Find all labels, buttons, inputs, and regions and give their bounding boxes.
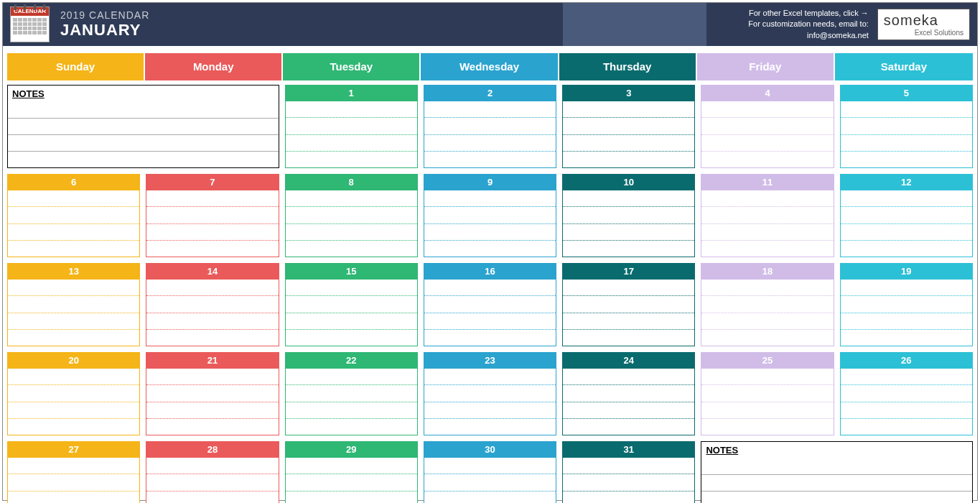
day-cell-25[interactable]: 25 — [701, 352, 834, 435]
header-info: For other Excel templates, click → For c… — [714, 8, 869, 41]
day-number: 21 — [146, 353, 278, 369]
day-cell-22[interactable]: 22 — [285, 352, 418, 435]
day-cell-18[interactable]: 18 — [701, 263, 834, 346]
day-cell-16[interactable]: 16 — [424, 263, 556, 346]
day-cell-6[interactable]: 6 — [7, 174, 140, 257]
day-number: 8 — [286, 175, 417, 190]
day-cell-2[interactable]: 2 — [424, 85, 556, 168]
day-number: 5 — [841, 86, 972, 101]
day-cell-26[interactable]: 26 — [840, 352, 973, 435]
day-number: 7 — [146, 175, 278, 190]
day-number: 12 — [841, 175, 972, 190]
header-titles: 2019 CALENDAR JANUARY — [60, 9, 149, 40]
day-number: 10 — [563, 175, 694, 190]
day-number: 6 — [8, 175, 139, 190]
weekday-tuesday: Tuesday — [283, 53, 421, 80]
header-bar: CALENDAR 2019 CALENDAR JANUARY For other… — [3, 3, 977, 46]
header-left: CALENDAR 2019 CALENDAR JANUARY — [3, 3, 563, 46]
day-number: 24 — [563, 353, 694, 369]
weekday-wednesday: Wednesday — [421, 53, 559, 80]
calendar-grid: NOTES12345678910111213141516171819202122… — [7, 85, 973, 503]
someka-logo[interactable]: someka Excel Solutions — [877, 9, 970, 40]
day-number: 26 — [841, 353, 972, 369]
day-cell-11[interactable]: 11 — [701, 174, 834, 257]
day-number: 23 — [424, 353, 556, 369]
day-number: 17 — [563, 264, 694, 280]
day-cell-20[interactable]: 20 — [7, 352, 140, 435]
day-number: 14 — [146, 264, 278, 280]
header-accent — [563, 3, 706, 46]
day-number: 31 — [563, 442, 694, 458]
day-cell-31[interactable]: 31 — [562, 441, 695, 503]
info-templates-link[interactable]: For other Excel templates, click → — [714, 8, 869, 19]
day-number: 29 — [286, 442, 417, 458]
day-cell-4[interactable]: 4 — [701, 85, 834, 168]
day-number: 2 — [424, 86, 556, 101]
day-cell-14[interactable]: 14 — [146, 263, 279, 346]
day-number: 28 — [146, 442, 278, 458]
day-number: 9 — [424, 175, 556, 190]
weekday-saturday: Saturday — [835, 53, 973, 80]
day-number: 11 — [701, 175, 833, 190]
day-number: 1 — [286, 86, 417, 101]
day-cell-9[interactable]: 9 — [424, 174, 556, 257]
notes-cell[interactable]: NOTES — [7, 85, 279, 168]
logo-text: someka — [884, 12, 963, 29]
notes-cell[interactable]: NOTES — [701, 441, 973, 503]
weekday-thursday: Thursday — [559, 53, 697, 80]
notes-label: NOTES — [8, 86, 279, 102]
day-number: 13 — [8, 264, 139, 280]
day-cell-15[interactable]: 15 — [285, 263, 418, 346]
day-number: 19 — [841, 264, 972, 280]
weekday-sunday: Sunday — [7, 53, 145, 80]
info-email[interactable]: For customization needs, email to: info@… — [714, 19, 869, 41]
day-number: 22 — [286, 353, 417, 369]
weekday-header-row: Sunday Monday Tuesday Wednesday Thursday… — [7, 53, 973, 80]
notes-label: NOTES — [701, 442, 972, 458]
calendar-icon: CALENDAR — [10, 6, 50, 42]
logo-subtext: Excel Solutions — [884, 29, 963, 37]
day-cell-1[interactable]: 1 — [285, 85, 418, 168]
day-cell-8[interactable]: 8 — [285, 174, 418, 257]
day-cell-27[interactable]: 27 — [7, 441, 140, 503]
weekday-monday: Monday — [145, 53, 283, 80]
day-number: 20 — [8, 353, 139, 369]
day-cell-7[interactable]: 7 — [146, 174, 279, 257]
header-right: For other Excel templates, click → For c… — [706, 3, 977, 46]
day-cell-19[interactable]: 19 — [840, 263, 973, 346]
day-number: 4 — [701, 86, 833, 101]
day-cell-17[interactable]: 17 — [562, 263, 695, 346]
day-cell-13[interactable]: 13 — [7, 263, 140, 346]
day-number: 27 — [8, 442, 139, 458]
day-number: 15 — [286, 264, 417, 280]
day-cell-24[interactable]: 24 — [562, 352, 695, 435]
day-cell-3[interactable]: 3 — [562, 85, 695, 168]
day-cell-5[interactable]: 5 — [840, 85, 973, 168]
day-cell-30[interactable]: 30 — [424, 441, 556, 503]
day-number: 16 — [424, 264, 556, 280]
day-cell-21[interactable]: 21 — [146, 352, 279, 435]
day-number: 18 — [701, 264, 833, 280]
day-cell-10[interactable]: 10 — [562, 174, 695, 257]
day-cell-12[interactable]: 12 — [840, 174, 973, 257]
day-cell-29[interactable]: 29 — [285, 441, 418, 503]
day-number: 30 — [424, 442, 556, 458]
weekday-friday: Friday — [697, 53, 835, 80]
day-cell-23[interactable]: 23 — [424, 352, 556, 435]
day-cell-28[interactable]: 28 — [146, 441, 279, 503]
calendar-month: JANUARY — [60, 21, 149, 40]
day-number: 3 — [563, 86, 694, 101]
day-number: 25 — [701, 353, 833, 369]
calendar-year: 2019 CALENDAR — [60, 9, 149, 21]
